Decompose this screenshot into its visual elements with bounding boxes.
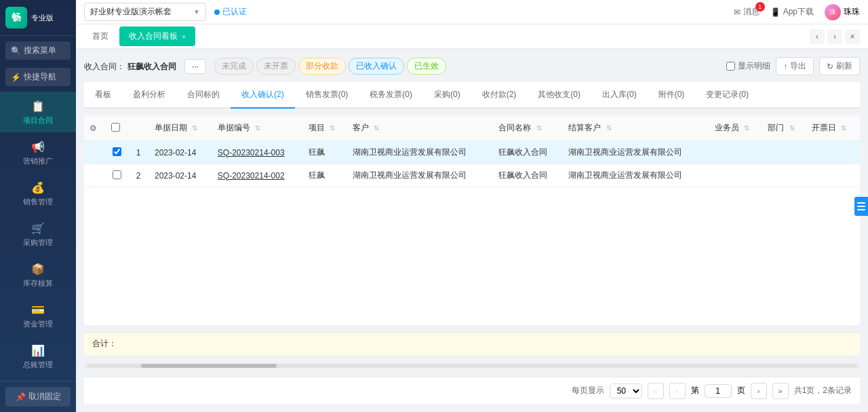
cell-contract-name: 狂飙收入合同 bbox=[493, 164, 563, 187]
column-settings-icon[interactable]: ⚙ bbox=[90, 124, 97, 133]
status-badge-confirmed[interactable]: 已收入确认 bbox=[349, 58, 404, 75]
sidebar-item-sales[interactable]: 💰销售管理 bbox=[0, 173, 76, 214]
th-order-no: 单据编号 ⇅ bbox=[212, 115, 303, 141]
sort-customer-icon[interactable]: ⇅ bbox=[374, 124, 379, 132]
cell-department bbox=[762, 164, 806, 187]
th-contract-name: 合同名称 ⇅ bbox=[493, 115, 563, 141]
tab-dashboard[interactable]: 看板 bbox=[84, 82, 122, 109]
home-tab[interactable]: 首页 bbox=[84, 26, 117, 46]
export-button[interactable]: ↑ 导出 bbox=[776, 57, 814, 75]
app-logo: 畅 专业版 bbox=[0, 0, 76, 36]
sidebar: 畅 专业版 🔍 搜索菜单 ⚡ 快捷导航 📋项目合同📢营销推广💰销售管理🛒采购管理… bbox=[0, 0, 76, 412]
nav-label-project: 项目合同 bbox=[23, 115, 53, 126]
search-menu-button[interactable]: 🔍 搜索菜单 bbox=[5, 41, 71, 60]
horizontal-scrollbar[interactable] bbox=[84, 362, 860, 370]
sidebar-item-project[interactable]: 📋项目合同 bbox=[0, 92, 76, 132]
tab-prev-button[interactable]: ‹ bbox=[810, 29, 825, 44]
panel-icon-line2 bbox=[857, 206, 865, 207]
pin-icon: 📌 bbox=[16, 392, 26, 402]
tab-tax_invoice[interactable]: 税务发票(0) bbox=[359, 82, 423, 109]
cell-order-no[interactable]: SQ-20230214-002 bbox=[212, 164, 303, 187]
cell-check bbox=[106, 164, 127, 187]
scrollbar-thumb[interactable] bbox=[141, 364, 277, 368]
tab-attachments[interactable]: 附件(0) bbox=[648, 82, 696, 109]
first-page-button[interactable]: « bbox=[648, 383, 664, 399]
sidebar-item-inventory[interactable]: 📦库存核算 bbox=[0, 255, 76, 295]
panel-icon-line1 bbox=[857, 202, 865, 204]
cell-num: 2 bbox=[127, 164, 149, 187]
cell-date: 2023-02-14 bbox=[149, 164, 212, 187]
sidebar-item-purchase[interactable]: 🛒采购管理 bbox=[0, 214, 76, 255]
sort-date-icon[interactable]: ⇅ bbox=[192, 124, 197, 132]
tab-profit[interactable]: 盈利分析 bbox=[122, 82, 176, 109]
table-footer: 合计： bbox=[84, 332, 860, 355]
sidebar-item-marketing[interactable]: 📢营销推广 bbox=[0, 132, 76, 173]
status-badge-partial[interactable]: 部分收款 bbox=[298, 58, 346, 75]
tab-next-button[interactable]: › bbox=[827, 29, 842, 44]
select-all-checkbox[interactable] bbox=[111, 123, 120, 132]
th-project: 项目 ⇅ bbox=[303, 115, 347, 141]
row-checkbox[interactable] bbox=[113, 147, 121, 156]
sidebar-item-general[interactable]: 📊总账管理 bbox=[0, 336, 76, 377]
table-row[interactable]: 1 2023-02-14 SQ-20230214-003 狂飙 湖南卫视商业运营… bbox=[84, 141, 860, 164]
tab-purchase[interactable]: 采购(0) bbox=[423, 82, 471, 109]
sort-dept-icon[interactable]: ⇅ bbox=[789, 124, 795, 132]
last-page-button[interactable]: » bbox=[772, 383, 789, 399]
tab-income[interactable]: 收入确认(2) bbox=[231, 82, 295, 109]
cell-project: 狂飙 bbox=[303, 141, 347, 164]
sort-project-icon[interactable]: ⇅ bbox=[330, 124, 335, 132]
sort-order-icon[interactable]: ⇅ bbox=[255, 124, 260, 132]
company-selector[interactable]: 好业财专业版演示帐套 ▼ bbox=[84, 3, 206, 21]
status-filters: 未完成未开票部分收款已收入确认已生效 bbox=[214, 58, 446, 75]
message-button[interactable]: ✉ 消息 1 bbox=[734, 6, 760, 18]
right-panel-toggle[interactable] bbox=[854, 197, 868, 216]
app-download-button[interactable]: 📱 App下载 bbox=[770, 6, 814, 18]
sidebar-item-invoice[interactable]: 🧾发票管理 bbox=[0, 377, 76, 381]
row-checkbox[interactable] bbox=[113, 170, 121, 179]
main-content: 好业财专业版演示帐套 ▼ 已认证 ✉ 消息 1 📱 App下载 珠 珠珠 首页 bbox=[76, 0, 868, 412]
user-menu[interactable]: 珠 珠珠 bbox=[825, 4, 860, 20]
tab-other_income[interactable]: 其他收支(0) bbox=[527, 82, 591, 109]
income-contract-tab[interactable]: 收入合同看板 × bbox=[119, 26, 195, 46]
sort-settlement-icon[interactable]: ⇅ bbox=[606, 124, 612, 132]
tab-warehouse[interactable]: 出入库(0) bbox=[591, 82, 648, 109]
nav-icon-purchase: 🛒 bbox=[31, 221, 45, 236]
sidebar-item-capital[interactable]: 💳资金管理 bbox=[0, 295, 76, 336]
cell-num: 1 bbox=[127, 141, 149, 164]
tab-standards[interactable]: 合同标的 bbox=[176, 82, 231, 109]
topbar-right: ✉ 消息 1 📱 App下载 珠 珠珠 bbox=[734, 4, 860, 20]
more-actions-button[interactable]: ··· bbox=[184, 59, 206, 74]
sort-contract-icon[interactable]: ⇅ bbox=[536, 124, 542, 132]
sort-open-date-icon[interactable]: ⇅ bbox=[841, 124, 846, 132]
detail-checkbox-input[interactable] bbox=[726, 62, 735, 71]
cell-settlement-customer: 湖南卫视商业运营发展有限公司 bbox=[563, 141, 709, 164]
page-number-input[interactable] bbox=[705, 384, 732, 398]
table-row[interactable]: 2 2023-02-14 SQ-20230214-002 狂飙 湖南卫视商业运营… bbox=[84, 164, 860, 187]
status-badge-unfinished[interactable]: 未完成 bbox=[214, 58, 254, 75]
table-header: ⚙ 单据日期 ⇅ 单据编号 ⇅ 项目 ⇅ 客户 ⇅ 合同名称 ⇅ 结算客户 ⇅ … bbox=[84, 115, 860, 141]
sort-salesperson-icon[interactable]: ⇅ bbox=[744, 124, 749, 132]
status-badge-uninvoiced[interactable]: 未开票 bbox=[256, 58, 296, 75]
show-detail-checkbox[interactable]: 显示明细 bbox=[726, 60, 770, 72]
certified-badge: 已认证 bbox=[214, 6, 247, 18]
tab-payment[interactable]: 收付款(2) bbox=[471, 82, 528, 109]
tab-close-icon[interactable]: × bbox=[182, 33, 186, 41]
cell-open-date bbox=[806, 164, 860, 187]
next-page-button[interactable]: › bbox=[751, 383, 767, 399]
prev-page-button[interactable]: ‹ bbox=[669, 383, 686, 399]
selector-arrow-icon: ▼ bbox=[193, 8, 200, 16]
refresh-button[interactable]: ↻ 刷新 bbox=[819, 57, 860, 75]
nav-icon-capital: 💳 bbox=[31, 302, 45, 317]
tab-changes[interactable]: 变更记录(0) bbox=[695, 82, 760, 109]
status-badge-active[interactable]: 已生效 bbox=[407, 58, 446, 75]
table-body: 1 2023-02-14 SQ-20230214-003 狂飙 湖南卫视商业运营… bbox=[84, 141, 860, 187]
cell-open-date bbox=[806, 141, 860, 164]
tab-close-all-button[interactable]: × bbox=[845, 29, 860, 44]
page-size-select[interactable]: 50 bbox=[610, 383, 642, 398]
cell-contract-name: 狂飙收入合同 bbox=[493, 141, 563, 164]
quick-nav-button[interactable]: ⚡ 快捷导航 bbox=[5, 68, 71, 86]
unpin-button[interactable]: 📌 取消固定 bbox=[5, 387, 71, 407]
nav-icon-project: 📋 bbox=[31, 98, 45, 113]
cell-order-no[interactable]: SQ-20230214-003 bbox=[212, 141, 303, 164]
tab-sales_invoice[interactable]: 销售发票(0) bbox=[295, 82, 359, 109]
